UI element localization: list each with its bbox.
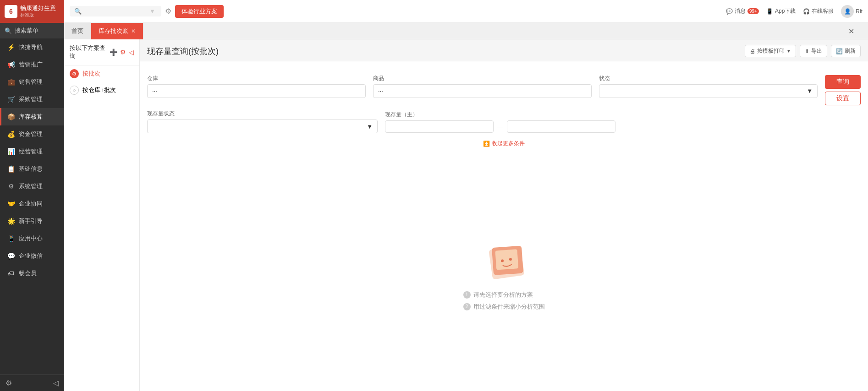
- left-panel-title: 按以下方案查询: [70, 44, 110, 60]
- sidebar-item-wechat[interactable]: 💬 企业微信: [0, 247, 64, 265]
- customer-service-btn[interactable]: 🎧 在线客服: [803, 7, 834, 15]
- sidebar-item-enterprise[interactable]: 🤝 企业协同: [0, 195, 64, 212]
- warehouse_batch-scheme-icon: ○: [70, 86, 79, 95]
- batch-scheme-label: 按批次: [82, 70, 100, 78]
- sidebar-nav: ⚡ 快捷导航 📢 营销推广 💼 销售管理 🛒 采购管理 📦 库存核算 💰 资金管…: [0, 38, 64, 375]
- warehouse-placeholder: ···: [152, 87, 157, 94]
- status-select[interactable]: ▼: [599, 84, 818, 98]
- sidebar-item-basic[interactable]: 📋 基础信息: [0, 160, 64, 178]
- scheme-item-warehouse_batch[interactable]: ○ 按仓库+批次: [64, 82, 139, 98]
- headset-icon: 🎧: [803, 8, 810, 15]
- warehouse-label: 仓库: [147, 75, 366, 82]
- sidebar-item-label-member: 畅会员: [19, 269, 37, 277]
- filter-area: 仓库 ··· 商品 ··· 状态: [140, 61, 868, 155]
- sidebar-item-label-system: 系统管理: [19, 182, 43, 190]
- wechat-icon: 💬: [7, 252, 15, 260]
- basic-icon: 📋: [7, 165, 15, 173]
- export-btn[interactable]: ⬆ 导出: [800, 45, 827, 57]
- tip-text-1: 请先选择要分析的方案: [473, 289, 533, 301]
- warehouse_batch-scheme-label: 按仓库+批次: [82, 86, 116, 94]
- message-icon: 💬: [726, 8, 733, 15]
- page-header: 现存量查询(按批次) 🖨 按模板打印 ▼ ⬆ 导出 🔄 刷新: [140, 39, 868, 61]
- inventory-status-select[interactable]: ▼: [147, 119, 378, 133]
- sidebar-company-name: 畅康通好生意: [20, 5, 56, 12]
- refresh-btn[interactable]: 🔄 刷新: [831, 45, 861, 57]
- warehouse-filter: 仓库 ···: [147, 75, 366, 98]
- tab-home[interactable]: 首页: [64, 23, 91, 39]
- status-label: 状态: [599, 75, 818, 82]
- topbar-search-box[interactable]: 🔍 ▼: [70, 6, 161, 16]
- collapse-panel-icon[interactable]: ◁: [129, 49, 134, 56]
- add-scheme-icon[interactable]: ➕: [110, 49, 117, 56]
- sales-icon: 💼: [7, 78, 15, 86]
- sidebar-item-newbie[interactable]: 🌟 新手引导: [0, 212, 64, 230]
- member-icon: 🏷: [7, 269, 15, 277]
- query-button[interactable]: 查询: [825, 75, 861, 89]
- finance-icon: 💰: [7, 130, 15, 138]
- sidebar-item-finance[interactable]: 💰 资金管理: [0, 125, 64, 143]
- svg-rect-2: [495, 249, 518, 270]
- collapse-icon[interactable]: ◁: [53, 379, 59, 387]
- sidebar: 6 畅康通好生意 标准版 🔍 搜索菜单 ⚡ 快捷导航 📢 营销推广 💼 销售管理…: [0, 0, 64, 391]
- inventory-status-label: 现存量状态: [147, 110, 378, 118]
- settings-gear-icon[interactable]: ⚙: [165, 7, 171, 16]
- user-initial: 👤: [844, 8, 851, 15]
- right-panel: 现存量查询(按批次) 🖨 按模板打印 ▼ ⬆ 导出 🔄 刷新: [140, 39, 868, 391]
- tab-panel-close-icon[interactable]: ✕: [848, 27, 854, 35]
- purchase-icon: 🛒: [7, 95, 15, 103]
- scheme-item-batch[interactable]: ⚙ 按批次: [64, 65, 139, 82]
- sidebar-item-member[interactable]: 🏷 畅会员: [0, 265, 64, 282]
- goods-filter: 商品 ···: [373, 75, 592, 98]
- sidebar-footer: ⚙ ◁: [0, 375, 64, 391]
- batch-scheme-icon: ⚙: [70, 69, 79, 78]
- inventory-status-filter: 现存量状态 ▼: [147, 110, 378, 133]
- sidebar-logo: 6: [5, 5, 17, 18]
- topbar-search-input[interactable]: [83, 8, 148, 15]
- warehouse-input[interactable]: ···: [147, 84, 366, 98]
- sidebar-item-sales[interactable]: 💼 销售管理: [0, 73, 64, 91]
- sidebar-item-marketing[interactable]: 📢 营销推广: [0, 56, 64, 73]
- refresh-label: 刷新: [845, 47, 856, 55]
- print-label: 按模板打印: [757, 47, 785, 55]
- sidebar-item-label-sales: 销售管理: [19, 78, 43, 86]
- sidebar-item-shortcut[interactable]: ⚡ 快捷导航: [0, 38, 64, 56]
- collapse-filters-btn[interactable]: ⏫ 收起更多条件: [147, 138, 861, 149]
- page-title: 现存量查询(按批次): [147, 46, 219, 57]
- appstore-icon: 📱: [7, 234, 15, 243]
- inventory-amount-to[interactable]: [507, 120, 615, 133]
- inventory-amount-from[interactable]: [385, 120, 494, 133]
- print-btn[interactable]: 🖨 按模板打印 ▼: [745, 45, 796, 57]
- settings-button[interactable]: 设置: [825, 92, 861, 105]
- operations-icon: 📊: [7, 147, 15, 156]
- app-download-label: App下载: [775, 7, 796, 15]
- user-menu[interactable]: 👤 Rit: [841, 5, 863, 18]
- app-download-btn[interactable]: 📱 App下载: [766, 7, 796, 15]
- sidebar-item-operations[interactable]: 📊 经营管理: [0, 143, 64, 160]
- sidebar-item-appstore[interactable]: 📱 应用中心: [0, 230, 64, 247]
- shortcut-icon: ⚡: [7, 43, 15, 51]
- messages-btn[interactable]: 💬 消息 99+: [726, 7, 759, 15]
- tip-num-1: 1: [463, 291, 471, 299]
- sidebar-item-label-shortcut: 快捷导航: [19, 43, 43, 51]
- sidebar-item-label-basic: 基础信息: [19, 165, 43, 173]
- left-panel-header: 按以下方案查询 ➕ ⚙ ◁: [64, 39, 139, 65]
- scheme-settings-icon[interactable]: ⚙: [120, 49, 126, 56]
- sidebar-item-label-operations: 经营管理: [19, 147, 43, 156]
- sidebar-item-system[interactable]: ⚙ 系统管理: [0, 178, 64, 195]
- empty-tips: 1 请先选择要分析的方案 2 用过滤条件来缩小分析范围: [463, 289, 545, 313]
- sidebar-item-label-wechat: 企业微信: [19, 252, 43, 260]
- industry-btn[interactable]: 体验行业方案: [175, 5, 224, 18]
- tab-close-icon[interactable]: ✕: [131, 28, 136, 34]
- settings-icon[interactable]: ⚙: [5, 379, 12, 387]
- sidebar-item-purchase[interactable]: 🛒 采购管理: [0, 91, 64, 108]
- goods-input[interactable]: ···: [373, 84, 592, 98]
- main-area: 🔍 ▼ ⚙ 体验行业方案 💬 消息 99+ 📱 App下载 🎧 在线客服: [64, 0, 868, 391]
- sidebar-search[interactable]: 🔍 搜索菜单: [0, 23, 64, 38]
- goods-label: 商品: [373, 75, 592, 82]
- avatar: 👤: [841, 5, 854, 18]
- tab-batch[interactable]: 库存批次账 ✕: [91, 23, 143, 39]
- tip-num-2: 2: [463, 303, 471, 310]
- sidebar-item-label-inventory: 库存核算: [19, 113, 43, 121]
- sidebar-item-label-purchase: 采购管理: [19, 95, 43, 103]
- sidebar-item-inventory[interactable]: 📦 库存核算: [0, 108, 64, 125]
